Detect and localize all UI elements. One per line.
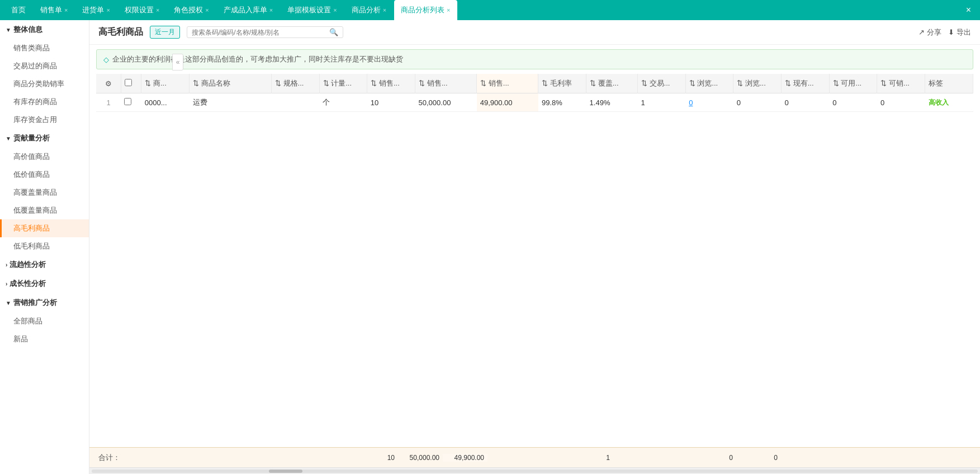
table-header-row: ⚙ ⇅ 商... ⇅ 商品名称 ⇅ 规格... [96,74,973,93]
header-actions: ↗ 分享 ⬇ 导出 [919,27,971,37]
sidebar-group-marketing[interactable]: ▼ 营销推广分析 [0,293,89,312]
select-all-checkbox[interactable] [125,79,132,86]
main-layout: ▼ 整体信息 销售类商品 交易过的商品 商品分类助销率 有库存的商品 库存资金占… [0,20,980,474]
share-button[interactable]: ↗ 分享 [919,27,941,37]
sidebar-item-low-margin[interactable]: 低毛利商品 [0,237,89,255]
col-unit[interactable]: ⇅ 计量... [319,74,367,93]
sidebar-item-in-stock[interactable]: 有库存的商品 [0,93,89,111]
scrollbar-track [92,470,978,473]
close-role-auth[interactable]: × [205,7,209,13]
nav-role-auth[interactable]: 角色授权 × [167,0,215,20]
col-code[interactable]: ⇅ 商... [141,74,190,93]
col-sales-qty[interactable]: ⇅ 销售... [367,74,415,93]
row-sales-amount: 50,000.00 [415,93,477,112]
row-code: 0000... [141,93,190,112]
sidebar-item-new-goods[interactable]: 新品 [0,330,89,348]
nav-permissions[interactable]: 权限设置 × [118,0,166,20]
sidebar-item-low-value[interactable]: 低价值商品 [0,166,89,184]
row-tag: 高收入 [925,93,973,112]
sidebar-item-high-coverage[interactable]: 高覆盖量商品 [0,184,89,201]
content-header: 高毛利商品 近一月 🔍 ↗ 分享 ⬇ 导出 [89,20,980,45]
nav-product-analysis-list[interactable]: 商品分析列表 × [394,0,457,20]
sidebar-collapse-button[interactable]: « [172,54,183,71]
row-coverage: 1.49% [586,93,638,112]
sidebar-item-high-margin[interactable]: 高毛利商品 [0,219,89,237]
footer-totals: 合计： 10 50,000.00 49,900.00 1 0 0 [89,447,980,467]
nav-sales-order[interactable]: 销售单 × [34,0,74,20]
search-box: 🔍 [187,26,343,38]
col-margin[interactable]: ⇅ 毛利率 [538,74,586,93]
arrow-icon: ▼ [6,300,11,306]
col-available[interactable]: ⇅ 可用... [829,74,877,93]
close-permissions[interactable]: × [156,7,159,13]
col-sales-amount[interactable]: ⇅ 销售... [415,74,477,93]
nav-product-inbound[interactable]: 产成品入库单 × [217,0,280,20]
sidebar-group-overview[interactable]: ▼ 整体信息 [0,20,89,39]
arrow-icon: ▼ [6,135,11,142]
row-checkbox-cell[interactable] [121,93,141,112]
data-table: ⚙ ⇅ 商... ⇅ 商品名称 ⇅ 规格... [96,74,973,112]
sidebar-group-trend[interactable]: › 流趋性分析 [0,255,89,274]
close-product-analysis-list[interactable]: × [447,7,450,13]
sidebar-item-sales-goods[interactable]: 销售类商品 [0,39,89,57]
col-checkbox[interactable] [121,74,141,93]
footer-sales-qty: 10 [353,454,398,462]
row-margin: 99.8% [538,93,586,112]
row-checkbox[interactable] [124,98,131,105]
footer-sales-amount: 50,000.00 [398,454,443,462]
sidebar-item-inventory-capital[interactable]: 库存资金占用 [0,111,89,129]
footer-label: 合计： [98,453,132,463]
top-navigation: 首页 销售单 × 进货单 × 权限设置 × 角色授权 × 产成品入库单 × 单据… [0,0,980,20]
search-icon[interactable]: 🔍 [329,28,338,36]
col-trade[interactable]: ⇅ 交易... [637,74,685,93]
sidebar-item-high-value[interactable]: 高价值商品 [0,148,89,166]
col-tag[interactable]: 标签 [925,74,973,93]
col-view2[interactable]: ⇅ 浏览... [733,74,782,93]
sidebar-item-all-goods[interactable]: 全部商品 [0,312,89,330]
sidebar-item-low-coverage[interactable]: 低覆盖量商品 [0,201,89,219]
table-container[interactable]: ⚙ ⇅ 商... ⇅ 商品名称 ⇅ 规格... [89,74,980,447]
row-view1[interactable]: 0 [685,93,733,112]
col-coverage[interactable]: ⇅ 覆盖... [586,74,638,93]
row-number: 1 [96,93,121,112]
nav-purchase-order[interactable]: 进货单 × [75,0,116,20]
content-area: « 高毛利商品 近一月 🔍 ↗ 分享 ⬇ 导出 ◇ 企 [89,20,980,474]
table-row: 1 0000... 运费 个 10 50,000.00 49,900.00 99… [96,93,973,112]
horizontal-scrollbar[interactable] [89,467,980,474]
footer-trade: 1 [569,454,613,462]
footer-current: 0 [692,454,736,462]
col-view1[interactable]: ⇅ 浏览... [685,74,733,93]
nav-product-analysis[interactable]: 商品分析 × [345,0,393,20]
row-current: 0 [782,93,830,112]
col-current[interactable]: ⇅ 现有... [782,74,830,93]
sidebar-item-traded-goods[interactable]: 交易过的商品 [0,57,89,75]
sidebar-item-category-assist[interactable]: 商品分类助销率 [0,75,89,93]
export-button[interactable]: ⬇ 导出 [948,27,971,37]
close-purchase-order[interactable]: × [106,7,110,13]
close-all-button[interactable]: × [962,5,976,15]
close-sales-order[interactable]: × [64,7,68,13]
col-sellable[interactable]: ⇅ 可销... [877,74,925,93]
nav-home[interactable]: 首页 [4,0,32,20]
row-sales-qty: 10 [367,93,415,112]
close-product-analysis[interactable]: × [383,7,386,13]
close-template-settings[interactable]: × [333,7,337,13]
sidebar-group-contribution[interactable]: ▼ 贡献量分析 [0,129,89,148]
row-available: 0 [829,93,877,112]
scrollbar-thumb[interactable] [269,470,302,473]
row-sellable: 0 [877,93,925,112]
nav-template-settings[interactable]: 单据模板设置 × [281,0,343,20]
col-sales-profit[interactable]: ⇅ 销售... [477,74,538,93]
sidebar-group-growth[interactable]: › 成长性分析 [0,274,89,293]
search-input[interactable] [192,29,329,36]
col-name[interactable]: ⇅ 商品名称 [190,74,272,93]
col-settings[interactable]: ⚙ [96,74,121,93]
date-filter-button[interactable]: 近一月 [150,26,180,39]
row-name: 运费 [190,93,272,112]
share-icon: ↗ [919,28,925,36]
close-product-inbound[interactable]: × [269,7,273,13]
col-spec[interactable]: ⇅ 规格... [271,74,319,93]
sidebar: ▼ 整体信息 销售类商品 交易过的商品 商品分类助销率 有库存的商品 库存资金占… [0,20,89,474]
arrow-icon: › [6,262,7,268]
footer-sales-profit: 49,900.00 [443,454,487,462]
